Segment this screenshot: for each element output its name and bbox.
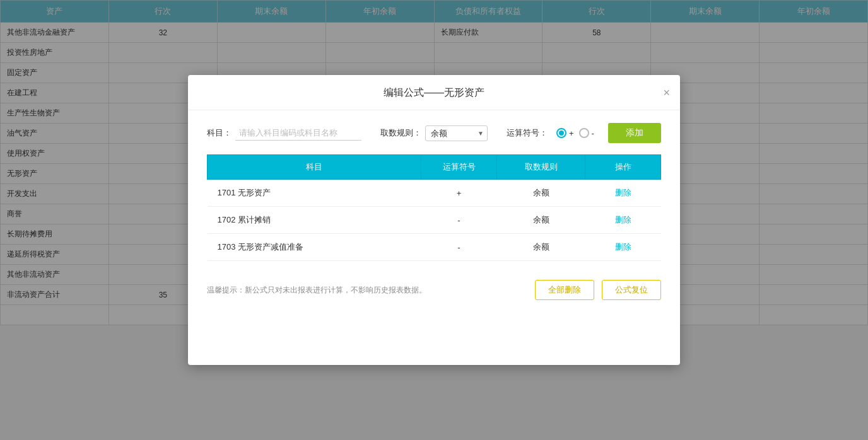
rule-group: 取数规则： 余额 借方发生额 贷方发生额 ▼	[380, 125, 488, 141]
formula-row: 1702 累计摊销-余额删除	[208, 207, 661, 234]
th-subject: 科目	[208, 155, 421, 180]
subject-label: 科目：	[207, 127, 232, 139]
formula-subject: 1703 无形资产减值准备	[208, 234, 421, 261]
delete-row-button[interactable]: 删除	[615, 242, 631, 252]
formula-operator: -	[421, 234, 497, 261]
formula-rule: 余额	[497, 234, 585, 261]
delete-all-button[interactable]: 全部删除	[535, 280, 594, 300]
modal-header: 编辑公式——无形资产 ×	[188, 75, 680, 110]
modal-body: 科目： 取数规则： 余额 借方发生额 贷方发生额 ▼ 运算符号：	[188, 110, 680, 261]
rule-label: 取数规则：	[380, 127, 421, 139]
rule-select-wrapper: 余额 借方发生额 贷方发生额 ▼	[425, 125, 488, 141]
modal-footer: 温馨提示：新公式只对未出报表进行计算，不影响历史报表数据。 全部删除 公式复位	[188, 267, 680, 300]
th-rule: 取数规则	[497, 155, 585, 180]
formula-rule: 余额	[497, 180, 585, 207]
form-row: 科目： 取数规则： 余额 借方发生额 贷方发生额 ▼ 运算符号：	[207, 123, 661, 143]
formula-operator: +	[421, 180, 497, 207]
operator-group: 运算符号： + -	[507, 127, 594, 139]
delete-row-button[interactable]: 删除	[615, 215, 631, 224]
formula-row: 1703 无形资产减值准备-余额删除	[208, 234, 661, 261]
rule-select[interactable]: 余额 借方发生额 贷方发生额	[425, 125, 488, 141]
th-action: 操作	[585, 155, 661, 180]
edit-formula-modal: 编辑公式——无形资产 × 科目： 取数规则： 余额 借方发生额 贷方发生额 ▼	[188, 75, 680, 365]
formula-action: 删除	[585, 180, 661, 207]
radio-plus[interactable]: +	[556, 128, 574, 138]
modal-overlay: 编辑公式——无形资产 × 科目： 取数规则： 余额 借方发生额 贷方发生额 ▼	[0, 0, 868, 440]
reset-button[interactable]: 公式复位	[602, 280, 661, 300]
delete-row-button[interactable]: 删除	[615, 188, 631, 197]
modal-close-button[interactable]: ×	[663, 87, 670, 98]
operator-label: 运算符号：	[507, 127, 548, 139]
hint-text: 温馨提示：新公式只对未出报表进行计算，不影响历史报表数据。	[207, 285, 426, 296]
radio-minus-label: -	[592, 129, 594, 138]
radio-minus[interactable]: -	[579, 128, 594, 138]
footer-buttons: 全部删除 公式复位	[535, 280, 661, 300]
formula-subject: 1701 无形资产	[208, 180, 421, 207]
formula-action: 删除	[585, 207, 661, 234]
subject-input[interactable]	[235, 125, 361, 141]
add-button[interactable]: 添加	[608, 123, 661, 143]
radio-plus-label: +	[569, 129, 574, 138]
th-operator: 运算符号	[421, 155, 497, 180]
radio-minus-circle	[579, 128, 589, 138]
formula-subject: 1702 累计摊销	[208, 207, 421, 234]
formula-action: 删除	[585, 234, 661, 261]
modal-title: 编辑公式——无形资产	[384, 87, 484, 98]
radio-plus-circle	[556, 128, 566, 138]
formula-rule: 余额	[497, 207, 585, 234]
formula-table: 科目 运算符号 取数规则 操作 1701 无形资产+余额删除1702 累计摊销-…	[207, 154, 661, 261]
formula-row: 1701 无形资产+余额删除	[208, 180, 661, 207]
formula-operator: -	[421, 207, 497, 234]
